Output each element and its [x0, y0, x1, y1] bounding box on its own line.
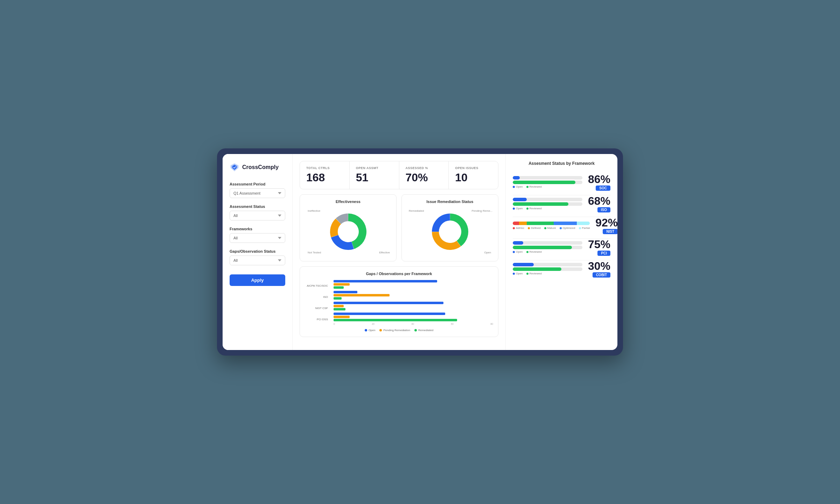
fw-bars-col-cobit: OpenReviewed	[513, 263, 582, 275]
fw-open-bar-track	[513, 176, 582, 180]
fw-open-bar-track	[513, 198, 582, 201]
fw-open-bar-fill	[513, 263, 534, 266]
fw-reviewed-bar-track	[513, 267, 582, 271]
fw-legend-item: Reviewed	[526, 207, 542, 210]
framework-entry-pci: OpenReviewed75%PCI	[513, 239, 610, 260]
apply-button[interactable]: Apply	[230, 274, 285, 286]
main-content: TOTAL CTRLS168OPEN ASSMT51ASSESSED %70%O…	[293, 154, 505, 350]
donut-slice-remediated	[432, 214, 450, 232]
bar-open	[334, 313, 445, 315]
sidebar-filters: Assessment PeriodQ1 AssessmentQ2 Assessm…	[230, 182, 285, 265]
legend-dot	[414, 329, 417, 331]
filter-section-gaps_observation_status: Gaps/Observation StatusAllOpenClosedPend…	[230, 249, 285, 265]
bar-remediated	[334, 286, 344, 289]
bar-pending-remediation	[334, 294, 390, 296]
fw-legend-item: Open	[513, 207, 523, 210]
logo-text: CrossComply	[242, 164, 279, 170]
nist-bar-track	[513, 222, 590, 225]
donut-slice-open	[450, 214, 468, 246]
issue-remediation-donut-container: Remediated Pending Reme... Open	[407, 207, 493, 256]
nist-legend: AdHocDefinedMatureOptimizedPartial	[513, 226, 590, 230]
sidebar: CrossComply Assessment PeriodQ1 Assessme…	[223, 154, 293, 350]
effectiveness-donut-container: Ineffective Not Tested Effective	[305, 207, 391, 256]
stat-card-open-issues: OPEN ISSUES10	[449, 161, 498, 189]
fw-bar-legend: OpenReviewed	[513, 207, 582, 210]
fw-badge: ISO	[597, 207, 610, 212]
bar-chart-labels: AICPA TSC/SOCISONIST CSFPCI DSS	[305, 280, 329, 325]
fw-reviewed-bar-track	[513, 181, 582, 184]
bar-legend: OpenPending RemediationRemediated	[305, 329, 493, 332]
fw-open-bar-track	[513, 241, 582, 245]
fw-right-col-cobit: 30%COBIT	[586, 260, 610, 278]
filter-select-frameworks[interactable]: AllSOCISONISTPCICOBIT	[230, 233, 285, 243]
logo: CrossComply	[230, 162, 285, 172]
effective-label: Effective	[379, 251, 390, 254]
logo-icon	[230, 162, 239, 172]
fw-legend-label: Open	[516, 272, 523, 275]
fw-bars-col-pci: OpenReviewed	[513, 241, 582, 253]
fw-bar-legend: OpenReviewed	[513, 185, 582, 188]
fw-legend-label: Reviewed	[530, 185, 542, 188]
fw-open-bar-fill	[513, 198, 527, 201]
fw-pct-value: 68%	[588, 195, 610, 206]
nist-seg-defined	[519, 222, 527, 225]
filter-label-gaps_observation_status: Gaps/Observation Status	[230, 249, 285, 253]
gaps-chart-title: Gaps / Observations per Framework	[305, 272, 493, 276]
fw-legend-item: Reviewed	[526, 185, 542, 188]
nist-seg-optimized	[554, 222, 577, 225]
bar-pending-remediation	[334, 305, 344, 307]
effectiveness-chart-title: Effectiveness	[305, 200, 391, 204]
fw-legend-dot	[526, 251, 528, 253]
stat-value: 10	[455, 171, 492, 184]
bar-chart-bars	[334, 280, 493, 321]
fw-pct-value: 92%	[595, 217, 617, 228]
fw-bars-col-nist: AdHocDefinedMatureOptimizedPartial	[513, 222, 590, 230]
filter-label-assessment_status: Assessment Status	[230, 204, 285, 209]
nist-legend-label: Mature	[547, 226, 556, 230]
stat-label: OPEN ASSMT	[356, 166, 393, 170]
fw-reviewed-bar-fill	[513, 202, 568, 206]
x-tick: 60	[451, 323, 454, 325]
bar-chart-bars-area: 020406080	[334, 280, 493, 325]
issue-remediation-chart-title: Issue Remediation Status	[407, 200, 493, 204]
fw-open-bar-track	[513, 263, 582, 266]
bar-open	[334, 280, 437, 282]
dashboard-container: CrossComply Assessment PeriodQ1 Assessme…	[217, 148, 623, 356]
nist-legend-dot	[544, 227, 546, 229]
bar-remediated	[334, 319, 457, 321]
fw-legend-dot	[513, 251, 515, 253]
stat-value: 70%	[406, 171, 442, 184]
x-tick: 40	[411, 323, 414, 325]
fw-bar-legend: OpenReviewed	[513, 250, 582, 253]
filter-select-assessment_status[interactable]: AllOpenClosedIn Progress	[230, 211, 285, 220]
bar-remediated	[334, 308, 345, 310]
x-tick: 80	[490, 323, 493, 325]
fw-open-bar-fill	[513, 176, 520, 180]
fw-right-col-pci: 75%PCI	[586, 239, 610, 256]
gaps-chart-body: AICPA TSC/SOCISONIST CSFPCI DSS 02040608…	[305, 280, 493, 325]
charts-row: Effectiveness Ineffective Not Tested Eff…	[300, 194, 498, 261]
fw-right-col-iso: 68%ISO	[586, 195, 610, 212]
legend-label: Remediated	[418, 329, 433, 332]
framework-entry-soc: OpenReviewed86%SOC	[513, 174, 610, 195]
x-tick: 20	[372, 323, 374, 325]
nist-legend-item: Defined	[528, 226, 541, 230]
nist-legend-dot	[513, 227, 515, 229]
ineffective-label: Ineffective	[308, 209, 320, 212]
nist-legend-dot	[560, 227, 562, 229]
fw-legend-item: Reviewed	[526, 250, 542, 253]
filter-select-assessment_period[interactable]: Q1 AssessmentQ2 AssessmentQ3 AssessmentQ…	[230, 188, 285, 198]
donut-slice-pending-reme...	[432, 232, 461, 250]
fw-reviewed-bar-fill	[513, 267, 561, 271]
filter-select-gaps_observation_status[interactable]: AllOpenClosedPending	[230, 255, 285, 265]
bar-pending-remediation	[334, 283, 350, 286]
fw-badge: NIST	[603, 229, 617, 234]
issue-remediation-chart-card: Issue Remediation Status Remediated Pend…	[401, 194, 498, 261]
legend-dot	[379, 329, 382, 331]
fw-reviewed-bar-track	[513, 202, 582, 206]
nist-legend-item: AdHoc	[513, 226, 524, 230]
fw-bars-col-iso: OpenReviewed	[513, 198, 582, 210]
fw-legend-label: Reviewed	[530, 272, 542, 275]
stat-card-total-ctrls: TOTAL CTRLS168	[300, 161, 350, 189]
legend-item: Pending Remediation	[379, 329, 410, 332]
